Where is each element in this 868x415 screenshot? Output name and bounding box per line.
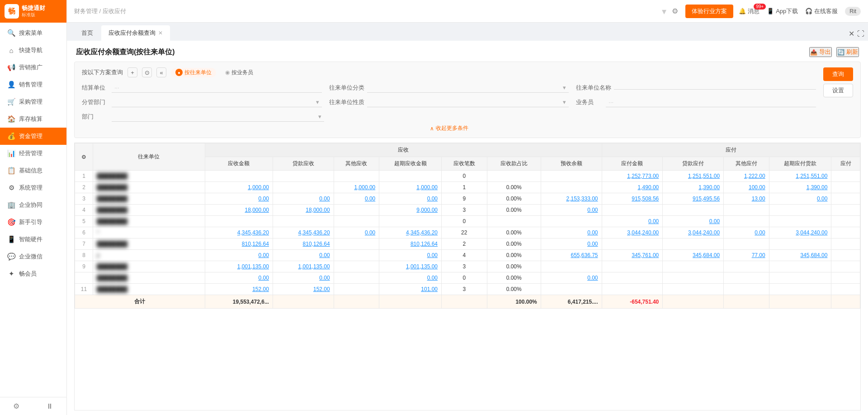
row-loan-payable[interactable]: 915,495.56 [663,193,724,205]
row-loan-payable[interactable]: 0.00 [663,216,724,227]
table-cell-link[interactable]: 4,345,436.20 [298,229,330,236]
table-cell-link[interactable]: 2,153,333.00 [566,196,598,202]
table-cell-link[interactable]: 0.00 [427,252,438,258]
table-cell-link[interactable]: 1,222.00 [744,173,765,179]
sidebar-item-hardware[interactable]: 📱 智能硬件 [0,231,66,248]
settlement-unit-input[interactable]: ··· [112,83,322,93]
sidebar-item-member[interactable]: ✦ 畅会员 [0,265,66,282]
table-cell-link[interactable]: 0.00 [427,196,438,202]
view-by-salesperson[interactable]: ◉ 按业务员 [221,68,258,77]
row-overdue-receivable[interactable]: 0.00 [379,272,442,284]
table-cell-link[interactable]: 0.00 [259,252,269,258]
table-cell-link[interactable]: 1,251,551.00 [688,173,720,179]
settings-bottom-icon[interactable]: ⚙ [13,402,19,410]
table-cell-link[interactable]: 810,126.64 [303,241,330,247]
table-cell-link[interactable]: 3,044,240.00 [627,229,659,236]
table-cell-link[interactable]: 915,508.56 [632,196,659,202]
row-other-receivable[interactable]: 0.00 [334,227,379,239]
tab-query[interactable]: 应收应付余额查询 ✕ [101,25,170,41]
row-other-payable[interactable]: 77.00 [724,250,769,261]
table-cell-link[interactable]: 0.00 [319,275,330,281]
row-overdue-payable[interactable]: 3,044,240.00 [769,227,831,239]
row-loan-payable[interactable]: 1,390.00 [663,182,724,193]
solution-button[interactable]: 体验行业方案 [685,5,733,18]
row-overdue-receivable[interactable]: 1,000.00 [379,182,442,193]
row-receivable-amount[interactable]: 1,001,135.00 [205,261,273,272]
sidebar-item-operation[interactable]: 📊 经营管理 [0,145,66,162]
row-advance-balance[interactable]: 0.00 [541,272,602,284]
sidebar-item-corp[interactable]: 🏢 企业协同 [0,196,66,214]
row-loan-receivable[interactable]: 810,126.64 [273,239,334,250]
table-cell-link[interactable]: 0.00 [365,229,375,236]
user-avatar[interactable]: Rit [845,7,861,16]
sidebar-item-inventory[interactable]: 🏠 库存核算 [0,110,66,128]
row-payable-amount[interactable]: 1,490.00 [602,182,663,193]
row-overdue-receivable[interactable]: 1,001,135.00 [379,261,442,272]
add-filter-button[interactable]: + [127,67,137,77]
table-cell-link[interactable]: 1,252,773.00 [627,173,659,179]
table-cell-link[interactable]: 0.00 [755,229,765,236]
row-loan-payable[interactable]: 3,044,240.00 [663,227,724,239]
close-window-icon[interactable]: ✕ [849,29,854,38]
table-cell-link[interactable]: 101.00 [421,286,438,292]
app-download-button[interactable]: 📱 App下载 [767,7,798,15]
row-loan-receivable[interactable]: 152.00 [273,284,334,295]
table-cell-link[interactable]: 18,000.00 [245,207,269,213]
row-receivable-amount[interactable]: 4,345,436.20 [205,227,273,239]
table-cell-link[interactable]: 0.00 [587,275,598,281]
row-receivable-amount[interactable]: 0.00 [205,193,273,205]
dept-head-select[interactable]: ▾ [112,97,322,107]
table-cell-link[interactable]: 1,490.00 [638,184,659,191]
table-cell-link[interactable]: 345,761.00 [632,252,659,258]
row-payable-amount[interactable]: 345,761.00 [602,250,663,261]
collapse-button[interactable]: ∧ 收起更多条件 [82,122,816,132]
tab-home[interactable]: 首页 [74,25,100,41]
row-overdue-receivable[interactable]: 0.00 [379,250,442,261]
table-cell-link[interactable]: 3,044,240.00 [796,229,827,236]
table-cell-link[interactable]: 4,345,436.20 [237,229,269,236]
filter-settings-button[interactable]: ⊙ [142,67,152,77]
table-cell-link[interactable]: 1,001,135.00 [237,263,269,270]
table-cell-link[interactable]: 0.00 [259,196,269,202]
table-cell-link[interactable]: 13.00 [752,196,765,202]
row-loan-receivable[interactable]: 4,345,436.20 [273,227,334,239]
partner-category-select[interactable]: ▾ [367,83,569,93]
setting-button[interactable]: 设置 [823,84,853,97]
row-advance-balance[interactable]: 2,153,333.00 [541,193,602,205]
sidebar-item-quick[interactable]: ⌂ 快捷导航 [0,42,66,59]
row-receivable-amount[interactable]: 810,126.64 [205,239,273,250]
table-cell-link[interactable]: 1,000.00 [416,184,438,191]
sidebar-item-finance[interactable]: 💰 资金管理 [0,128,66,145]
table-cell-link[interactable]: 345,684.00 [693,252,720,258]
sidebar-item-purchase[interactable]: 🛒 采购管理 [0,93,66,110]
query-button[interactable]: 查询 [823,67,853,81]
dept-select[interactable]: ▾ [112,112,324,122]
breadcrumb-dropdown-icon[interactable]: ▾ [662,6,666,17]
table-cell-link[interactable]: 4,345,436.20 [406,229,438,236]
table-cell-link[interactable]: 0.00 [648,218,659,224]
sidebar-item-wechat[interactable]: 💬 企业微信 [0,248,66,265]
row-overdue-payable[interactable]: 1,251,551.00 [769,171,831,182]
table-cell-link[interactable]: 0.00 [709,218,720,224]
row-overdue-receivable[interactable]: 810,126.64 [379,239,442,250]
table-cell-link[interactable]: 345,684.00 [800,252,827,258]
row-loan-receivable[interactable]: 18,000.00 [273,205,334,216]
table-cell-link[interactable]: 810,126.64 [242,241,269,247]
row-advance-balance[interactable]: 0.00 [541,239,602,250]
table-cell-link[interactable]: 1,390.00 [698,184,720,191]
service-button[interactable]: 🎧 在线客服 [805,7,838,15]
row-loan-receivable[interactable]: 0.00 [273,193,334,205]
table-cell-link[interactable]: 0.00 [427,275,438,281]
row-other-receivable[interactable]: 1,000.00 [334,182,379,193]
row-payable-amount[interactable]: 915,508.56 [602,193,663,205]
export-button[interactable]: 📤 导出 [809,47,832,57]
row-loan-receivable[interactable]: 0.00 [273,272,334,284]
table-cell-link[interactable]: 0.00 [319,252,330,258]
table-cell-link[interactable]: 9,000.00 [416,207,438,213]
table-cell-link[interactable]: 655,636.75 [571,252,598,258]
table-cell-link[interactable]: 1,000.00 [354,184,376,191]
row-overdue-receivable[interactable]: 9,000.00 [379,205,442,216]
sidebar-item-basic[interactable]: 📋 基础信息 [0,162,66,179]
row-loan-payable[interactable]: 1,251,551.00 [663,171,724,182]
table-cell-link[interactable]: 0.00 [259,275,269,281]
